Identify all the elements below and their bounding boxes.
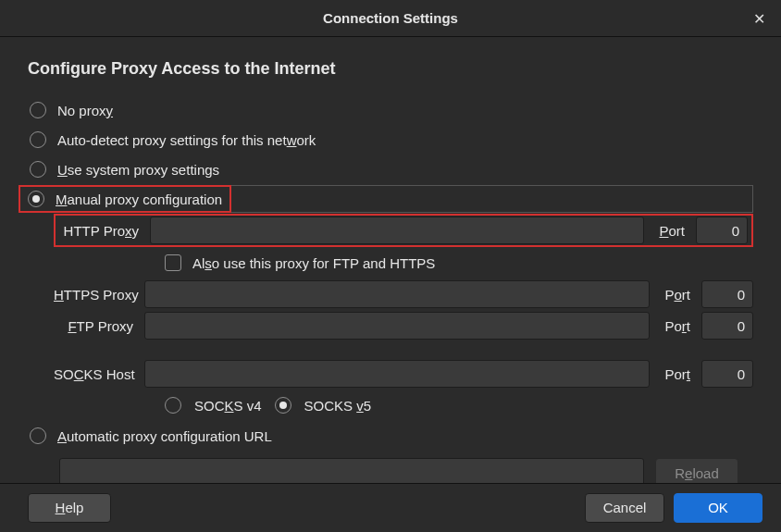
socks-port-label: Port xyxy=(655,366,696,382)
https-port-label: Port xyxy=(655,287,696,303)
http-port-label: Port xyxy=(650,223,690,239)
socks-host-row: SOCKS Host Port xyxy=(54,358,753,390)
radio-label: Manual proxy configuration xyxy=(56,192,222,207)
radio-use-system[interactable]: Use system proxy settings xyxy=(28,155,753,184)
ftp-proxy-label: FTP Proxy xyxy=(54,318,139,334)
auto-config-url-input[interactable] xyxy=(59,458,644,483)
also-use-label: Also use this proxy for FTP and HTTPS xyxy=(192,255,435,271)
ftp-port-input[interactable] xyxy=(701,312,753,340)
radio-label: Automatic proxy configuration URL xyxy=(57,428,272,444)
focus-outline xyxy=(231,185,753,213)
titlebar: Connection Settings ✕ xyxy=(0,0,781,37)
radio-icon xyxy=(30,102,46,118)
ok-button[interactable]: OK xyxy=(674,493,762,523)
checkbox-icon xyxy=(165,254,181,271)
ftp-port-label: Port xyxy=(655,318,696,334)
radio-icon xyxy=(30,161,46,178)
https-proxy-row: HTTPS Proxy Port xyxy=(54,278,753,310)
radio-socks-v4[interactable] xyxy=(165,397,181,414)
close-icon[interactable]: ✕ xyxy=(748,7,770,30)
http-proxy-input[interactable] xyxy=(150,217,644,244)
radio-label: Use system proxy settings xyxy=(57,162,219,178)
reload-button: Reload xyxy=(655,458,738,483)
socks-v5-label: SOCKS v5 xyxy=(304,398,372,414)
radio-no-proxy[interactable]: No proxy xyxy=(28,95,753,125)
https-port-input[interactable] xyxy=(701,280,753,308)
ftp-proxy-input[interactable] xyxy=(144,312,650,340)
radio-label: Auto-detect proxy settings for this netw… xyxy=(57,132,316,148)
help-button[interactable]: Help xyxy=(28,493,111,523)
socks-version-row: SOCKS v4 SOCKS v5 xyxy=(54,390,753,421)
http-proxy-label: HTTP Proxy xyxy=(59,223,144,239)
cancel-button[interactable]: Cancel xyxy=(585,493,664,523)
radio-icon xyxy=(30,131,46,148)
dialog-footer: Help Cancel OK xyxy=(0,483,781,531)
manual-proxy-block: HTTP Proxy Port Also use this proxy for … xyxy=(28,214,753,421)
https-proxy-label: HTTPS Proxy xyxy=(54,287,139,303)
page-title: Configure Proxy Access to the Internet xyxy=(28,59,753,79)
socks-v4-label: SOCKS v4 xyxy=(194,398,262,414)
radio-icon xyxy=(30,427,46,444)
ftp-proxy-row: FTP Proxy Port xyxy=(54,310,753,341)
https-proxy-input[interactable] xyxy=(144,280,650,308)
http-proxy-row-highlight: HTTP Proxy Port xyxy=(54,214,753,247)
radio-auto-detect[interactable]: Auto-detect proxy settings for this netw… xyxy=(28,125,753,155)
dialog-body: Configure Proxy Access to the Internet N… xyxy=(0,37,781,483)
radio-manual-proxy[interactable]: Manual proxy configuration xyxy=(19,185,231,213)
http-port-input[interactable] xyxy=(696,217,748,244)
socks-host-label: SOCKS Host xyxy=(54,366,139,382)
auto-config-url-row: Reload xyxy=(28,458,753,483)
also-use-row[interactable]: Also use this proxy for FTP and HTTPS xyxy=(54,247,753,278)
radio-auto-config-url[interactable]: Automatic proxy configuration URL xyxy=(28,421,753,451)
socks-port-input[interactable] xyxy=(701,360,753,388)
radio-label: No proxy xyxy=(57,103,113,118)
socks-host-input[interactable] xyxy=(144,360,650,388)
radio-icon xyxy=(28,191,44,207)
radio-socks-v5[interactable] xyxy=(275,397,291,414)
window-title: Connection Settings xyxy=(323,10,458,26)
